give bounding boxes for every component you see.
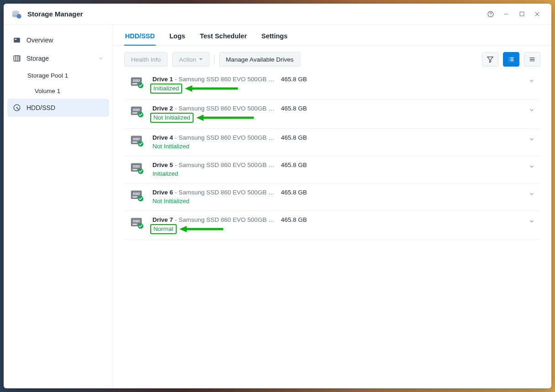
sidebar-item-label: Volume 1: [35, 88, 60, 94]
drive-status: Initialized: [152, 170, 178, 177]
drive-name: Drive 2: [152, 105, 173, 112]
sidebar-item-label: Storage: [26, 55, 49, 62]
overview-icon: [13, 36, 21, 44]
drive-name: Drive 7: [152, 216, 173, 223]
caret-down-icon: [199, 58, 203, 62]
svg-text:SSD: SSD: [133, 108, 140, 112]
svg-text:SSD: SSD: [133, 219, 140, 223]
app-title: Storage Manager: [27, 10, 83, 18]
sidebar-item-label: Overview: [26, 37, 53, 44]
sidebar-item-overview[interactable]: Overview: [7, 31, 109, 49]
drive-size: 465.8 GB: [281, 216, 307, 223]
sidebar-item-label: HDD/SSD: [26, 104, 55, 111]
app-window: Storage Manager Overview: [4, 4, 551, 388]
chevron-down-icon: [98, 56, 104, 61]
chevron-down-icon[interactable]: [527, 189, 537, 199]
chevron-down-icon[interactable]: [527, 216, 537, 226]
svg-rect-7: [520, 12, 524, 16]
drive-model: - Samsung SSD 860 EVO 500GB …: [175, 189, 274, 196]
sidebar-item-volume-1[interactable]: Volume 1: [7, 83, 109, 99]
menu-button[interactable]: [524, 52, 540, 67]
svg-rect-47: [132, 196, 137, 198]
drive-status: Initialized: [150, 84, 182, 94]
sidebar-item-storage[interactable]: Storage: [7, 49, 109, 68]
drive-size: 465.8 GB: [281, 162, 307, 168]
drive-row[interactable]: SSD Drive 5 - Samsung SSD 860 EVO 500GB …: [124, 156, 540, 183]
svg-rect-43: [132, 169, 137, 170]
main-content: HDD/SSD Logs Test Scheduler Settings Hea…: [113, 25, 551, 388]
ssd-icon: SSD: [131, 77, 146, 90]
ssd-icon: SSD: [131, 190, 146, 204]
drive-name: Drive 4: [152, 134, 173, 141]
svg-point-5: [490, 15, 491, 16]
toolbar-divider: [214, 55, 215, 64]
drive-model: - Samsung SSD 860 EVO 500GB …: [175, 105, 274, 112]
hdd-icon: [13, 104, 21, 112]
chevron-down-icon[interactable]: [527, 76, 537, 86]
toolbar: Health Info Action Manage Available Driv…: [113, 46, 551, 70]
svg-rect-51: [132, 224, 137, 225]
svg-point-22: [509, 59, 510, 60]
ssd-icon: SSD: [131, 162, 146, 176]
svg-point-20: [509, 57, 510, 58]
health-info-button[interactable]: Health Info: [124, 52, 168, 67]
svg-text:SSD: SSD: [133, 78, 140, 83]
drive-status: Normal: [150, 224, 177, 234]
drive-name: Drive 5: [152, 162, 173, 168]
app-icon: [12, 9, 22, 19]
action-dropdown[interactable]: Action: [172, 52, 209, 67]
tabbar: HDD/SSD Logs Test Scheduler Settings: [113, 25, 551, 46]
svg-text:SSD: SSD: [133, 164, 140, 168]
sidebar-item-label: Storage Pool 1: [27, 72, 68, 79]
tab-test-scheduler[interactable]: Test Scheduler: [199, 32, 248, 45]
sidebar-item-hdd-ssd[interactable]: HDD/SSD: [7, 99, 109, 117]
drive-name: Drive 1: [152, 76, 173, 83]
drive-model: - Samsung SSD 860 EVO 500GB …: [175, 162, 274, 168]
svg-text:SSD: SSD: [133, 192, 140, 196]
drive-row[interactable]: SSD Drive 6 - Samsung SSD 860 EVO 500GB …: [124, 183, 540, 211]
drive-model: - Samsung SSD 860 EVO 500GB …: [175, 134, 274, 141]
tab-hdd-ssd[interactable]: HDD/SSD: [124, 32, 156, 45]
svg-marker-19: [487, 57, 493, 63]
ssd-icon: SSD: [131, 106, 146, 120]
svg-rect-10: [14, 38, 20, 43]
svg-rect-35: [132, 112, 137, 114]
drive-row[interactable]: SSD Drive 2 - Samsung SSD 860 EVO 500GB …: [124, 99, 540, 129]
drive-model: - Samsung SSD 860 EVO 500GB …: [175, 216, 274, 223]
ssd-icon: SSD: [131, 217, 146, 231]
minimize-button[interactable]: [498, 6, 514, 22]
drive-size: 465.8 GB: [281, 76, 307, 83]
help-button[interactable]: [483, 6, 498, 22]
manage-drives-button[interactable]: Manage Available Drives: [219, 52, 300, 67]
filter-button[interactable]: [482, 52, 498, 67]
drive-model: - Samsung SSD 860 EVO 500GB …: [175, 76, 274, 83]
drive-row[interactable]: SSD Drive 1 - Samsung SSD 860 EVO 500GB …: [124, 70, 540, 99]
ssd-icon: SSD: [131, 135, 146, 149]
view-list-button[interactable]: [503, 52, 519, 67]
drive-name: Drive 6: [152, 189, 173, 196]
svg-point-2: [17, 14, 21, 18]
svg-rect-11: [15, 39, 17, 40]
drive-list: SSD Drive 1 - Samsung SSD 860 EVO 500GB …: [113, 70, 551, 251]
tab-logs[interactable]: Logs: [168, 32, 186, 45]
sidebar: Overview Storage Storage Pool 1 Volume 1: [4, 25, 113, 388]
storage-icon: [13, 54, 21, 63]
drive-size: 465.8 GB: [281, 189, 307, 196]
drive-status: Not Initialized: [150, 113, 194, 123]
drive-size: 465.8 GB: [281, 134, 307, 141]
drive-row[interactable]: SSD Drive 4 - Samsung SSD 860 EVO 500GB …: [124, 129, 540, 156]
drive-row[interactable]: SSD Drive 7 - Samsung SSD 860 EVO 500GB …: [124, 211, 540, 240]
drive-size: 465.8 GB: [281, 105, 307, 112]
drive-status: Not Initialized: [152, 143, 189, 150]
svg-rect-39: [132, 141, 137, 143]
chevron-down-icon[interactable]: [527, 105, 537, 115]
maximize-button[interactable]: [514, 6, 529, 22]
tab-settings[interactable]: Settings: [261, 32, 288, 45]
titlebar: Storage Manager: [4, 4, 551, 25]
chevron-down-icon[interactable]: [527, 134, 537, 144]
sidebar-item-storage-pool-1[interactable]: Storage Pool 1: [7, 68, 109, 83]
close-button[interactable]: [529, 6, 545, 22]
svg-point-3: [19, 14, 21, 16]
chevron-down-icon[interactable]: [527, 162, 537, 172]
drive-status: Not Initialized: [152, 198, 189, 204]
